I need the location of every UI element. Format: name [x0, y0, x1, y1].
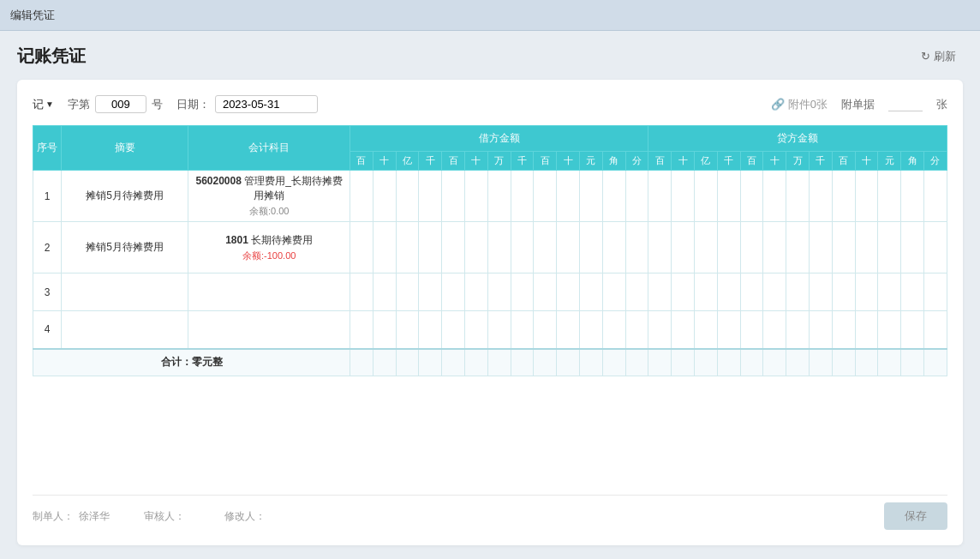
row4-d3[interactable] — [396, 311, 419, 349]
row4-d7[interactable] — [487, 311, 511, 349]
row2-summary[interactable]: 摊销5月待摊费用 — [62, 222, 188, 273]
row3-c4[interactable] — [717, 273, 740, 311]
row2-d7[interactable] — [487, 222, 511, 273]
row1-c4[interactable] — [717, 171, 740, 222]
row2-d3[interactable] — [396, 222, 419, 273]
row3-d12[interactable] — [602, 273, 625, 311]
row2-d8[interactable] — [511, 222, 534, 273]
row4-c6[interactable] — [763, 311, 786, 349]
row1-c12[interactable] — [901, 171, 924, 222]
row1-account[interactable]: 56020008 管理费用_长期待摊费用摊销 余额:0.00 — [188, 171, 350, 222]
row1-c1[interactable] — [648, 171, 672, 222]
row1-d10[interactable] — [557, 171, 580, 222]
row1-c3[interactable] — [694, 171, 717, 222]
row3-d9[interactable] — [534, 273, 557, 311]
row4-d11[interactable] — [579, 311, 602, 349]
row4-c9[interactable] — [832, 311, 855, 349]
row4-account[interactable] — [188, 311, 350, 349]
row3-d13[interactable] — [625, 273, 648, 311]
row2-c7[interactable] — [786, 222, 810, 273]
row2-d6[interactable] — [465, 222, 488, 273]
row4-c5[interactable] — [740, 311, 763, 349]
row1-d1[interactable] — [350, 171, 373, 222]
row2-c3[interactable] — [694, 222, 717, 273]
save-button[interactable]: 保存 — [884, 502, 947, 530]
row3-d3[interactable] — [396, 273, 419, 311]
row3-d7[interactable] — [487, 273, 511, 311]
row2-c5[interactable] — [740, 222, 763, 273]
row2-c10[interactable] — [855, 222, 878, 273]
row3-c8[interactable] — [809, 273, 832, 311]
row1-c6[interactable] — [763, 171, 786, 222]
row3-account[interactable] — [188, 273, 350, 311]
row4-c7[interactable] — [786, 311, 810, 349]
row2-c4[interactable] — [717, 222, 740, 273]
row1-c9[interactable] — [832, 171, 855, 222]
row2-d11[interactable] — [579, 222, 602, 273]
row2-c2[interactable] — [672, 222, 695, 273]
row2-d10[interactable] — [557, 222, 580, 273]
row2-d13[interactable] — [625, 222, 648, 273]
row1-c10[interactable] — [855, 171, 878, 222]
row3-c2[interactable] — [672, 273, 695, 311]
row4-d6[interactable] — [465, 311, 488, 349]
attachment-link[interactable]: 🔗 附件0张 — [771, 97, 828, 112]
row2-d1[interactable] — [350, 222, 373, 273]
row4-c2[interactable] — [672, 311, 695, 349]
row4-c4[interactable] — [717, 311, 740, 349]
row3-c11[interactable] — [878, 273, 901, 311]
row2-c1[interactable] — [648, 222, 672, 273]
row2-c12[interactable] — [901, 222, 924, 273]
row2-d4[interactable] — [419, 222, 442, 273]
row1-d2[interactable] — [373, 171, 396, 222]
row3-c1[interactable] — [648, 273, 672, 311]
row2-c13[interactable] — [923, 222, 947, 273]
row3-d1[interactable] — [350, 273, 373, 311]
row3-d5[interactable] — [442, 273, 465, 311]
row3-d4[interactable] — [419, 273, 442, 311]
row3-d2[interactable] — [373, 273, 396, 311]
row4-c10[interactable] — [855, 311, 878, 349]
row2-d2[interactable] — [373, 222, 396, 273]
row3-c3[interactable] — [694, 273, 717, 311]
row3-c9[interactable] — [832, 273, 855, 311]
row4-c3[interactable] — [694, 311, 717, 349]
row1-c7[interactable] — [786, 171, 810, 222]
row1-d9[interactable] — [534, 171, 557, 222]
row2-d9[interactable] — [534, 222, 557, 273]
row1-c8[interactable] — [809, 171, 832, 222]
date-input[interactable] — [215, 95, 318, 113]
row4-d12[interactable] — [602, 311, 625, 349]
row4-c12[interactable] — [901, 311, 924, 349]
row4-summary[interactable] — [62, 311, 188, 349]
row4-d2[interactable] — [373, 311, 396, 349]
row3-d11[interactable] — [579, 273, 602, 311]
row2-account[interactable]: 1801 长期待摊费用 余额:-100.00 — [188, 222, 350, 273]
row1-summary[interactable]: 摊销5月待摊费用 — [62, 171, 188, 222]
row3-summary[interactable] — [62, 273, 188, 311]
row1-c5[interactable] — [740, 171, 763, 222]
row3-d10[interactable] — [557, 273, 580, 311]
row4-d13[interactable] — [625, 311, 648, 349]
row4-d10[interactable] — [557, 311, 580, 349]
sheets-input[interactable] — [888, 98, 923, 111]
row3-c5[interactable] — [740, 273, 763, 311]
row1-d11[interactable] — [579, 171, 602, 222]
row1-c2[interactable] — [672, 171, 695, 222]
row1-d7[interactable] — [487, 171, 511, 222]
row4-d9[interactable] — [534, 311, 557, 349]
row1-c13[interactable] — [923, 171, 947, 222]
row2-c8[interactable] — [809, 222, 832, 273]
row1-d4[interactable] — [419, 171, 442, 222]
row3-c7[interactable] — [786, 273, 810, 311]
row4-d8[interactable] — [511, 311, 534, 349]
row1-d8[interactable] — [511, 171, 534, 222]
row3-c6[interactable] — [763, 273, 786, 311]
row4-c8[interactable] — [809, 311, 832, 349]
row3-c13[interactable] — [923, 273, 947, 311]
row4-d4[interactable] — [419, 311, 442, 349]
row3-c10[interactable] — [855, 273, 878, 311]
row4-d1[interactable] — [350, 311, 373, 349]
row4-d5[interactable] — [442, 311, 465, 349]
row1-d3[interactable] — [396, 171, 419, 222]
